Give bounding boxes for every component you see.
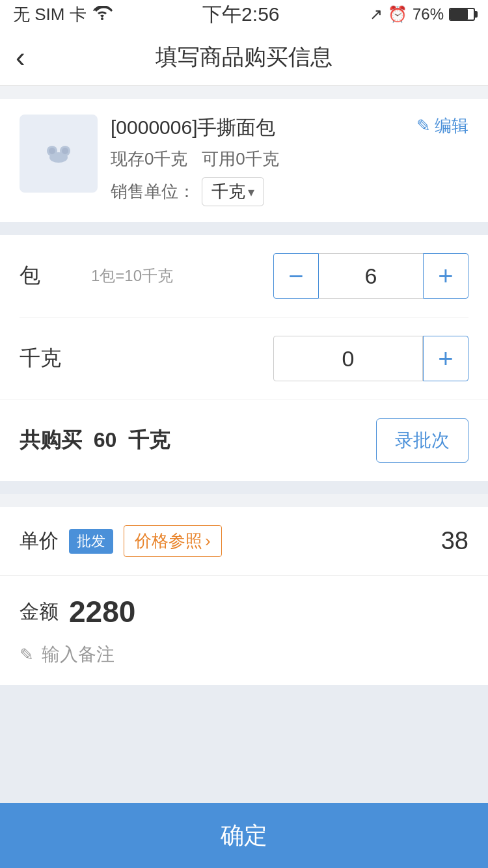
status-left: 无 SIM 卡 (13, 3, 113, 26)
kg-input[interactable] (273, 336, 423, 381)
divider-1 (0, 222, 488, 235)
bag-input[interactable] (319, 253, 423, 299)
pencil-icon: ✎ (20, 645, 34, 665)
price-ref-button[interactable]: 价格参照 › (124, 525, 222, 557)
edit-button[interactable]: ✎ 编辑 (416, 115, 468, 137)
alarm-icon: ⏰ (388, 5, 407, 23)
carrier-text: 无 SIM 卡 (13, 3, 87, 26)
product-info: [0000006]手撕面包 现存0千克 可用0千克 销售单位： 千克 ▾ (111, 115, 468, 206)
bag-plus-button[interactable]: + (423, 253, 468, 299)
confirm-button[interactable]: 确定 (0, 803, 488, 868)
product-card: [0000006]手撕面包 现存0千克 可用0千克 销售单位： 千克 ▾ ✎ 编… (0, 99, 488, 222)
amount-value: 2280 (69, 594, 135, 629)
price-value: 38 (441, 527, 468, 555)
edit-icon: ✎ (416, 116, 431, 136)
status-time: 下午2:56 (202, 1, 279, 28)
price-tag: 批发 (69, 529, 113, 554)
location-icon: ↗ (370, 5, 383, 23)
product-image (20, 115, 98, 193)
price-section: 单价 批发 价格参照 › 38 (0, 507, 488, 575)
amount-row: 金额 2280 (20, 594, 468, 629)
nav-bar: ‹ 填写商品购买信息 (0, 29, 488, 86)
status-right: ↗ ⏰ 76% (370, 5, 475, 23)
batch-button[interactable]: 录批次 (376, 418, 468, 463)
summary-section: 共购买 60 千克 录批次 (0, 400, 488, 481)
summary-text: 共购买 60 千克 (20, 426, 170, 455)
kg-input-row: 千克 + (20, 318, 468, 400)
price-label: 单价 (20, 528, 59, 554)
unit-select[interactable]: 千克 ▾ (202, 177, 264, 206)
battery-icon (449, 8, 475, 21)
note-placeholder[interactable]: 输入备注 (42, 642, 115, 667)
product-unit: 销售单位： 千克 ▾ (111, 177, 468, 206)
chevron-right-icon: › (205, 531, 211, 551)
divider-2 (0, 481, 488, 494)
product-name: [0000006]手撕面包 (111, 115, 468, 141)
back-button[interactable]: ‹ (16, 41, 25, 74)
battery-text: 76% (413, 5, 444, 23)
bag-label: 包 (20, 262, 85, 290)
product-stock: 现存0千克 可用0千克 (111, 148, 468, 170)
kg-stepper: + (273, 336, 468, 381)
bag-stepper: − + (273, 253, 468, 299)
svg-point-5 (62, 148, 68, 154)
kg-label: 千克 (20, 344, 85, 373)
chevron-down-icon: ▾ (248, 184, 254, 200)
summary-value: 60 (94, 428, 117, 452)
svg-point-4 (49, 148, 55, 154)
svg-point-0 (101, 18, 103, 20)
bag-minus-button[interactable]: − (273, 253, 319, 299)
wifi-icon (92, 5, 113, 25)
status-bar: 无 SIM 卡 下午2:56 ↗ ⏰ 76% (0, 0, 488, 29)
kg-plus-button[interactable]: + (423, 336, 468, 381)
amount-section: 金额 2280 ✎ 输入备注 (0, 575, 488, 685)
page-title: 填写商品购买信息 (156, 42, 332, 72)
amount-label: 金额 (20, 599, 59, 625)
bag-input-row: 包 1包=10千克 − + (20, 235, 468, 318)
input-section: 包 1包=10千克 − + 千克 + (0, 235, 488, 400)
bag-sublabel: 1包=10千克 (91, 265, 173, 286)
note-row[interactable]: ✎ 输入备注 (20, 642, 468, 667)
